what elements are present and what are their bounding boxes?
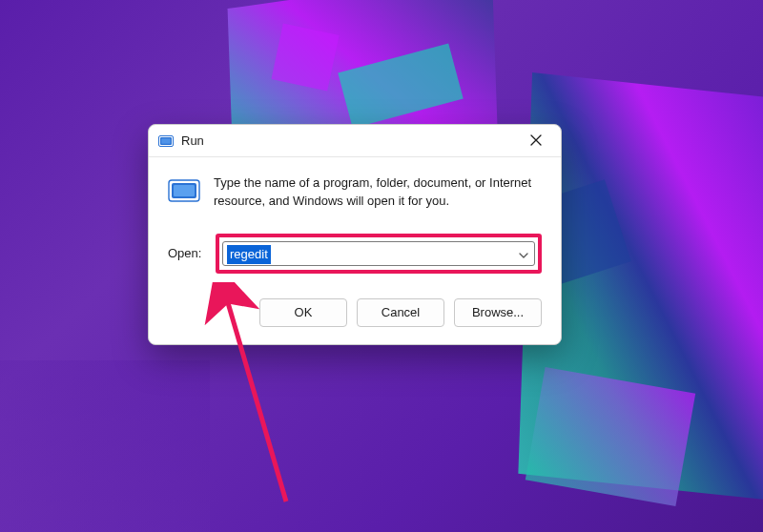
- titlebar[interactable]: Run: [149, 125, 561, 157]
- svg-rect-5: [174, 185, 195, 196]
- svg-rect-2: [161, 138, 171, 144]
- open-input[interactable]: [223, 242, 513, 265]
- dialog-body: Type the name of a program, folder, docu…: [149, 157, 561, 279]
- cancel-button[interactable]: Cancel: [357, 298, 444, 327]
- dialog-description: Type the name of a program, folder, docu…: [214, 174, 542, 211]
- chevron-down-icon: [519, 245, 528, 262]
- open-combobox[interactable]: regedit: [222, 241, 535, 266]
- close-icon: [530, 133, 542, 150]
- run-dialog: Run Type the name of a progr: [148, 124, 562, 345]
- desktop-wallpaper: Run Type the name of a progr: [0, 0, 763, 532]
- run-icon: [168, 174, 200, 207]
- highlight-annotation: regedit: [216, 234, 542, 274]
- dialog-title: Run: [181, 133, 517, 148]
- browse-button[interactable]: Browse...: [454, 298, 542, 327]
- wallpaper-shape: [271, 23, 339, 91]
- run-icon: [158, 133, 174, 149]
- ok-button[interactable]: OK: [259, 298, 347, 327]
- button-row: OK Cancel Browse...: [149, 279, 561, 344]
- wallpaper-shape: [0, 360, 210, 532]
- close-button[interactable]: [517, 128, 555, 154]
- open-label: Open:: [168, 246, 206, 260]
- dropdown-button[interactable]: [513, 242, 534, 265]
